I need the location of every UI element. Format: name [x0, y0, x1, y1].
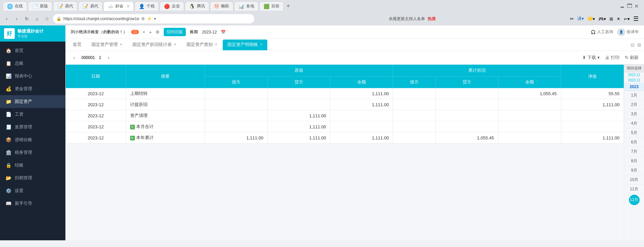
period-month-5[interactable]: 5月 — [624, 128, 644, 138]
close-tab-asset-detail[interactable]: ✕ — [260, 43, 263, 46]
brightness-icon[interactable]: ☀ — [616, 16, 621, 21]
close-window-button[interactable]: ✕ — [634, 3, 639, 9]
tab-asset-category[interactable]: 固定资产类别 ✕ — [182, 40, 222, 50]
sidebar-item-guide[interactable]: 📖 新手引导 — [0, 197, 65, 210]
period-month-1[interactable]: 1月 — [624, 91, 644, 100]
period-date-1[interactable]: 2023.12 — [624, 72, 644, 78]
next-asset-button[interactable]: › — [105, 54, 112, 61]
minimize-button[interactable]: 🗕 — [620, 3, 625, 9]
tab-asset-mgmt[interactable]: 固定资产管理 ✕ — [87, 40, 127, 50]
period-date-2[interactable]: 2023.12 — [624, 78, 644, 83]
switch-version-button[interactable]: 切到旧版 — [164, 28, 186, 36]
sidebar-item-settings[interactable]: ⚙️ 设置 — [0, 184, 65, 197]
close-tab-depreciation-stats[interactable]: ✕ — [174, 43, 176, 46]
bookmark-button[interactable]: ☆ — [43, 15, 51, 23]
human-service-button[interactable]: 🎧 人工咨询 — [591, 29, 613, 35]
cell-date: 2023-12 — [66, 132, 126, 143]
cell-accum-credit — [435, 110, 498, 121]
forward-button[interactable]: › — [13, 15, 21, 23]
browser-tab-muqian[interactable]: 🟩 目前 — [259, 1, 284, 11]
tab-depreciation-stats[interactable]: 固定资产折旧统计表 ✕ — [128, 40, 181, 50]
add-account-button[interactable]: + — [149, 29, 152, 35]
period-month-2[interactable]: 2月 — [624, 100, 644, 110]
browser-tab-gedi[interactable]: 📊 各地 — [234, 1, 259, 11]
browser-tab-online[interactable]: 🌐 在线 — [3, 1, 27, 11]
period-header[interactable]: 期间选择 — [624, 64, 644, 72]
dropdown-icon[interactable]: ▾ — [154, 16, 156, 21]
browser-tab-new[interactable]: 📄 新版 — [28, 1, 52, 11]
sidebar-item-reports[interactable]: 📊 报表中心 — [0, 70, 65, 82]
dropdown-arrow[interactable]: ▾ — [143, 30, 145, 35]
game-icon[interactable]: 🎮▾ — [598, 16, 606, 21]
reload-button[interactable]: ↻ — [23, 15, 31, 23]
sidebar-item-tax[interactable]: 🏛️ 税务管理 — [0, 146, 65, 159]
sidebar-item-archive[interactable]: 📂 归档管理 — [0, 172, 65, 184]
close-haokuaiji-tab[interactable]: ✕ — [127, 4, 129, 8]
browser-tab-easy1[interactable]: 📝 易代 — [53, 1, 77, 11]
period-year[interactable]: 2023 — [624, 83, 644, 91]
new-tab-button[interactable]: + — [284, 3, 292, 10]
period-month-8[interactable]: 8月 — [624, 157, 644, 166]
sidebar-label-archive: 归档管理 — [15, 175, 32, 181]
browser-tab-qiye[interactable]: 🔴 企业 — [160, 1, 184, 11]
sidebar-item-ledger[interactable]: 📋 总账 — [0, 57, 65, 70]
sidebar-item-close[interactable]: 🔒 结账 — [0, 159, 65, 172]
sidebar-item-payroll[interactable]: 📄 工资 — [0, 108, 65, 121]
browser-tab-chang[interactable]: Ⓜ 畅联 — [210, 1, 233, 11]
close-tab-asset-mgmt[interactable]: ✕ — [120, 43, 122, 46]
translate-icon[interactable]: 译▾ — [577, 16, 584, 22]
download-button[interactable]: ⬇ 下载 ▾ — [582, 55, 600, 61]
menu-icon[interactable]: ☰ — [633, 15, 639, 22]
th-accum-debit: 借方 — [393, 76, 435, 88]
browser-tab-haokuaiji[interactable]: ☁️ 好会 ✕ — [103, 1, 134, 11]
sidebar-label-tax: 税务管理 — [15, 149, 32, 156]
close-tab-asset-category[interactable]: ✕ — [215, 43, 217, 46]
back-button[interactable]: ‹ — [3, 15, 11, 23]
sidebar-item-home[interactable]: 🏠 首页 — [0, 44, 65, 57]
period-month-12[interactable]: 12月 — [629, 195, 640, 205]
table-period-area: 日期 摘要 原值 累计折旧 净值 借方 贷方 余额 借方 — [65, 64, 644, 240]
period-month-6[interactable]: 6月 — [624, 138, 644, 147]
prev-asset-button[interactable]: ‹ — [71, 54, 77, 61]
period-month-3[interactable]: 3月 — [624, 110, 644, 119]
sidebar-label-reports: 报表中心 — [15, 73, 32, 79]
sidebar-label-assets: 固定资产 — [15, 99, 32, 105]
download-dropdown[interactable]: ▾ — [597, 55, 600, 60]
url-bar[interactable]: 🔒 https://cloud.chanjet.com/accounting/u… — [53, 14, 254, 23]
grid-icon[interactable]: ⊞ — [609, 16, 613, 21]
period-month-4[interactable]: 4月 — [624, 119, 644, 128]
page-tabs: 首页 固定资产管理 ✕ 固定资产折旧统计表 ✕ 固定资产类别 ✕ 固定资产明细账… — [65, 39, 644, 51]
browser-tab-tengxun[interactable]: 🐧 腾讯 — [185, 1, 209, 11]
period-month-10[interactable]: 10月 — [624, 175, 644, 185]
sidebar-item-stock[interactable]: 📦 进销台账 — [0, 133, 65, 146]
tab-asset-detail[interactable]: 固定资产明细账 ✕ — [223, 40, 267, 50]
period-month-9[interactable]: 9月 — [624, 166, 644, 175]
user-avatar-button[interactable]: 👤 徐译华 — [617, 28, 639, 36]
settings-small-icon[interactable]: ⚙ — [156, 29, 160, 35]
restore-button[interactable]: 🗖 — [627, 3, 632, 9]
cell-accum-debit — [393, 88, 435, 99]
period-month-11[interactable]: 11月 — [624, 185, 644, 194]
tab-label-tengxun: 腾讯 — [197, 3, 205, 9]
user-name: 徐译华 — [627, 29, 639, 35]
undo-icon[interactable]: ↩▾ — [624, 16, 630, 21]
wallet-icon[interactable]: 💛▾ — [587, 16, 595, 21]
browser-tab-geshui[interactable]: 👤 个税 — [135, 1, 159, 11]
sidebar-item-assets[interactable]: 📁 固定资产 — [0, 95, 65, 108]
browser-tab-easy2[interactable]: 📝 易代 — [78, 1, 103, 11]
period-month-7[interactable]: 7月 — [624, 147, 644, 157]
print-button[interactable]: 🖨 打印 — [605, 55, 620, 61]
tab-home[interactable]: 首页 — [68, 40, 86, 50]
account-name: 刘小艳演示账套（勿删勿动！） — [71, 29, 127, 35]
sidebar-item-funds[interactable]: 💰 资金管理 — [0, 82, 65, 95]
table-row: 2023-12 月本月合计 1,111.00 — [66, 121, 624, 132]
home-button[interactable]: ⌂ — [33, 15, 41, 23]
sidebar-item-invoice[interactable]: 🧾 发票管理 — [0, 121, 65, 133]
tab-label-online: 在线 — [15, 3, 23, 9]
calendar-icon[interactable]: 📅 — [221, 30, 226, 35]
download-icon: ⬇ — [582, 55, 586, 60]
minimize-panel-button[interactable]: ⊟ — [631, 42, 635, 48]
sidebar: 好 畅捷通好会计 专业版 🏠 首页 📋 总账 📊 报表中心 — [0, 25, 65, 240]
refresh-button[interactable]: ↻ 刷新 — [625, 55, 639, 61]
maximize-panel-button[interactable]: ⊞ — [637, 42, 641, 48]
